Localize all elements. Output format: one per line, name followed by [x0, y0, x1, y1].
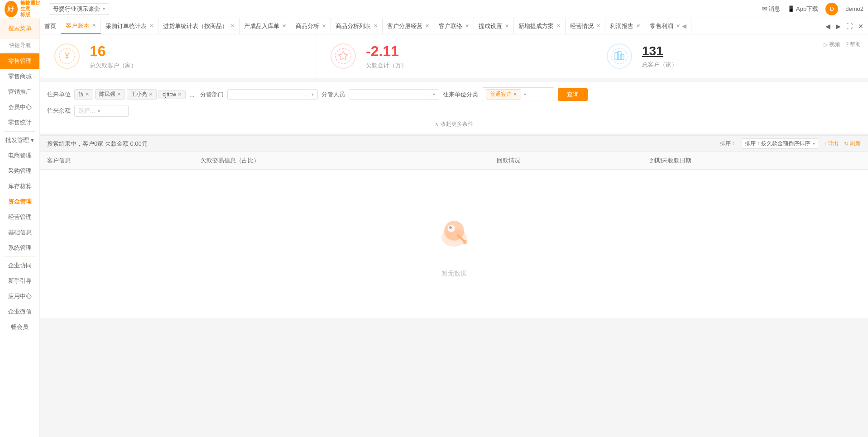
- tabs-fullscreen-button[interactable]: ⛶: [844, 23, 854, 30]
- tab-close-customer-segment[interactable]: ✕: [425, 23, 429, 29]
- tab-customer-segment[interactable]: 客户分层经营 ✕: [383, 18, 434, 34]
- logo-icon: 好: [5, 1, 18, 17]
- tab-close-accounts-receivable[interactable]: ✕: [92, 23, 96, 28]
- person-selector[interactable]: ... ▾: [349, 89, 439, 100]
- tab-goods-analysis-list[interactable]: 商品分析列表 ✕: [331, 18, 383, 34]
- stat-icon-total: [606, 43, 633, 70]
- tabs-bar: 首页 客户账本 ✕ 采购订单统计表 ✕ 进货单统计表（按商品） ✕: [40, 18, 868, 34]
- sidebar-item-new-guide[interactable]: 新手引导: [0, 273, 39, 289]
- result-right: 排序： 排序：按欠款金额倒序排序 ▾ ↑ 导出 ↻ 刷新: [720, 138, 861, 149]
- sort-selector[interactable]: 排序：按欠款金额倒序排序 ▾: [742, 138, 818, 149]
- search-menu-button[interactable]: 搜索菜单: [3, 23, 37, 34]
- tab-close-purchase-order[interactable]: ✕: [149, 23, 153, 29]
- sidebar-item-system[interactable]: 系统管理: [0, 240, 39, 256]
- tag-cjttcw: cjttcw ✕: [158, 90, 186, 99]
- balance-selector[interactable]: 选择... ▾: [74, 105, 129, 117]
- tab-close-profit-report[interactable]: ✕: [636, 23, 640, 29]
- tab-accounts-receivable[interactable]: 客户账本 ✕: [61, 18, 101, 34]
- more-tags-button[interactable]: ...: [187, 91, 197, 98]
- tab-close-customer-contact[interactable]: ✕: [465, 23, 469, 29]
- tag-close-chenminqiang[interactable]: ✕: [117, 91, 121, 97]
- tab-product-stock[interactable]: 产成品入库单 ✕: [240, 18, 291, 34]
- tab-home[interactable]: 首页: [40, 18, 61, 34]
- tag-close-cjttcw[interactable]: ✕: [177, 91, 182, 97]
- stat-help: ▷ 视频 ? 帮助: [824, 41, 861, 48]
- username[interactable]: demo2: [845, 5, 863, 12]
- tabs-controls: ◀ ▶ ⛶ ✕: [821, 23, 868, 30]
- sidebar-item-ecommerce[interactable]: 电商管理: [0, 148, 39, 163]
- sidebar-item-enterprise-wechat[interactable]: 企业微信: [0, 304, 39, 319]
- tab-retail-profit[interactable]: 零售利润 ✕ ◀: [645, 18, 691, 34]
- tab-goods-analysis[interactable]: 商品分析 ✕: [291, 18, 331, 34]
- sidebar-item-retail-mall[interactable]: 零售商城: [0, 69, 39, 84]
- tag-close-normal-customer[interactable]: ✕: [513, 91, 517, 97]
- tag-wu: 伍 ✕: [74, 89, 93, 100]
- logo-area: 好 畅捷通好生意标版: [5, 0, 44, 18]
- tab-close-operations[interactable]: ✕: [596, 23, 600, 29]
- sidebar-item-retail-stats[interactable]: 零售统计: [0, 115, 39, 130]
- person-caret: ▾: [433, 92, 435, 97]
- tab-close-promo-settings[interactable]: ✕: [505, 23, 509, 29]
- sidebar-item-inventory[interactable]: 库存核算: [0, 179, 39, 194]
- stat-card-total: 131 总客户（家） ▷ 视频 ? 帮助: [592, 34, 868, 78]
- refresh-button[interactable]: ↻ 刷新: [844, 140, 861, 147]
- sidebar-item-wholesale[interactable]: 批发管理 ▾: [0, 133, 39, 148]
- tab-purchase-order[interactable]: 采购订单统计表 ✕: [101, 18, 158, 34]
- tabs-next-button[interactable]: ▶: [834, 23, 843, 30]
- query-button[interactable]: 查询: [558, 88, 588, 101]
- messages-link[interactable]: ✉ 消息: [762, 5, 781, 13]
- video-link[interactable]: ▷ 视频: [824, 41, 840, 48]
- unit-class-selector[interactable]: 普通客户 ✕ ▾: [482, 87, 554, 101]
- unit-class-caret: ▾: [524, 92, 526, 97]
- tag-close-wu[interactable]: ✕: [85, 91, 89, 97]
- collapse-filters[interactable]: ∧ 收起更多条件: [47, 120, 861, 128]
- svg-point-4: [612, 48, 627, 64]
- sidebar-item-finance[interactable]: 资金管理: [0, 194, 39, 209]
- quick-nav[interactable]: 快捷导航: [0, 39, 39, 51]
- sidebar-item-operations[interactable]: 经营管理: [0, 209, 39, 225]
- tab-close-new-promo[interactable]: ✕: [556, 23, 561, 29]
- tab-profit-report[interactable]: 利润报告 ✕: [605, 18, 645, 34]
- tab-close-goods-analysis[interactable]: ✕: [322, 23, 326, 29]
- tabs-prev-button[interactable]: ◀: [824, 23, 832, 30]
- download-icon: 📱: [787, 5, 795, 12]
- sidebar-item-marketing[interactable]: 营销推广: [0, 84, 39, 100]
- svg-rect-5: [615, 52, 619, 60]
- dept-selector[interactable]: ... ▾: [227, 89, 318, 100]
- unit-label: 往来单位: [47, 90, 71, 99]
- workspace-selector[interactable]: 母婴行业演示账套 ▾: [49, 3, 109, 15]
- tab-customer-contact[interactable]: 客户联络 ✕: [434, 18, 474, 34]
- tabs-close-all-button[interactable]: ✕: [856, 23, 865, 30]
- help-link[interactable]: ? 帮助: [845, 41, 861, 48]
- sidebar-item-members[interactable]: 会员中心: [0, 100, 39, 115]
- tag-close-wangxiaoliang[interactable]: ✕: [149, 91, 153, 97]
- tab-new-promo[interactable]: 新增提成方案 ✕: [514, 18, 566, 34]
- export-icon: ↑: [824, 141, 826, 147]
- tab-operations[interactable]: 经营情况 ✕: [566, 18, 605, 34]
- tab-close-goods-list[interactable]: ✕: [374, 23, 378, 29]
- sidebar-item-purchase[interactable]: 采购管理: [0, 163, 39, 179]
- tab-close-inventory[interactable]: ✕: [230, 23, 235, 29]
- tab-close-retail-profit[interactable]: ✕: [676, 23, 680, 29]
- sidebar-item-app-center[interactable]: 应用中心: [0, 289, 39, 304]
- video-icon: ▷: [824, 42, 828, 48]
- search-result-bar: 搜索结果中，客户0家 欠款金额 0.00元 排序： 排序：按欠款金额倒序排序 ▾…: [40, 135, 868, 152]
- dept-label: 分管部门: [200, 90, 224, 99]
- tab-promo-settings[interactable]: 提成设置 ✕: [474, 18, 514, 34]
- sidebar-item-retail[interactable]: 零售管理: [0, 53, 39, 69]
- empty-cell: 暂无数据: [40, 170, 868, 319]
- tab-close-product-stock[interactable]: ✕: [282, 23, 286, 29]
- sidebar: 搜索菜单 快捷导航 零售管理 零售商城 营销推广 会员中心 零售统计 批发管理 …: [0, 18, 40, 437]
- chevron-up-icon: ∧: [435, 121, 439, 128]
- app-download-link[interactable]: 📱 App下载: [787, 5, 818, 13]
- sidebar-search: 搜索菜单: [0, 18, 39, 39]
- sidebar-item-basic[interactable]: 基础信息: [0, 225, 39, 240]
- user-avatar[interactable]: D: [825, 3, 838, 15]
- table-head: 客户信息 欠款交易信息（占比） 回款情况 到期未收款日期: [40, 152, 868, 170]
- sidebar-item-pro-member[interactable]: 畅会员: [0, 319, 39, 335]
- export-button[interactable]: ↑ 导出: [824, 140, 839, 147]
- tab-inventory-stat[interactable]: 进货单统计表（按商品） ✕: [158, 18, 240, 34]
- sidebar-item-enterprise-coop[interactable]: 企业协同: [0, 258, 39, 273]
- table-header-row: 客户信息 欠款交易信息（占比） 回款情况 到期未收款日期: [40, 152, 868, 170]
- svg-rect-6: [620, 54, 624, 60]
